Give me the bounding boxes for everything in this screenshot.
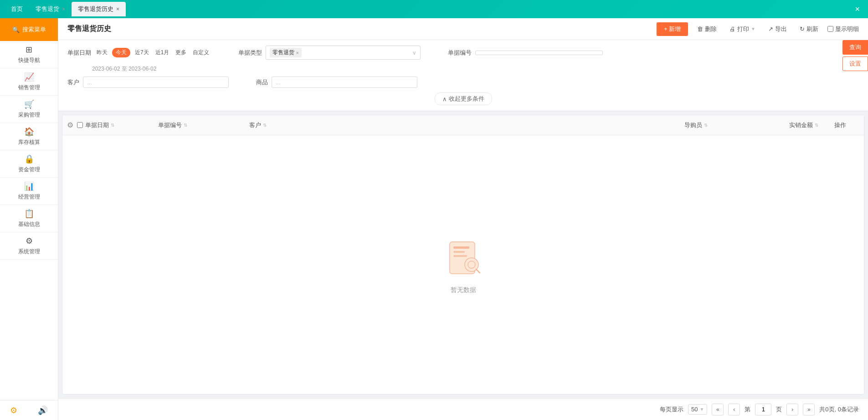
tab-home-label: 首页: [11, 5, 23, 13]
top-bar: 首页 零售退货 × 零售退货历史 × ×: [0, 0, 868, 18]
add-button[interactable]: + 新增: [657, 22, 688, 36]
collapse-button[interactable]: ∧ 收起更多条件: [435, 92, 492, 105]
volume-icon[interactable]: 🔊: [38, 405, 48, 415]
query-button[interactable]: 查询: [842, 40, 868, 55]
page-size-value: 50: [691, 406, 698, 413]
sys-icon: ⚙: [26, 236, 33, 246]
export-icon: ↗: [768, 26, 773, 32]
tab-retail-return[interactable]: 零售退货 ×: [29, 2, 72, 16]
basic-info-icon: 📋: [24, 209, 34, 219]
settings-icon[interactable]: ⚙: [10, 405, 17, 415]
doc-no-input[interactable]: [475, 51, 603, 55]
doc-type-label: 单据类型: [238, 49, 262, 57]
goods-label: 商品: [256, 78, 268, 87]
ops-icon: 📊: [24, 181, 34, 191]
th-amount-label: 实销金额: [789, 121, 813, 129]
date-quick-buttons: 昨天 今天 近7天 近1月 更多 自定义: [95, 48, 211, 57]
page-number-input[interactable]: [755, 404, 771, 415]
date-btn-more[interactable]: 更多: [174, 48, 188, 57]
sidebar-item-inventory[interactable]: 🏠 库存核算: [0, 123, 58, 150]
print-button[interactable]: 🖨 打印 ▼: [726, 23, 759, 35]
sidebar-item-quick-nav[interactable]: ⊞ 快捷导航: [0, 41, 58, 68]
doc-type-tag: 零售退货 ×: [270, 48, 301, 57]
doc-type-dropdown[interactable]: 零售退货 × ∨: [266, 46, 421, 60]
th-doc-no[interactable]: 单据编号 ⇅: [154, 121, 246, 129]
collapse-icon: ∧: [442, 96, 447, 102]
date-btn-1month[interactable]: 近1月: [154, 48, 171, 57]
next-page-button[interactable]: ›: [786, 404, 798, 415]
tab-retail-return-history[interactable]: 零售退货历史 ×: [72, 2, 126, 16]
print-label: 打印: [737, 25, 749, 33]
sidebar-item-sys-mgmt[interactable]: ⚙ 系统管理: [0, 232, 58, 260]
th-doc-date[interactable]: 单据日期 ⇅: [82, 121, 154, 129]
customer-label: 客户: [67, 78, 79, 87]
th-doc-no-label: 单据编号: [158, 121, 182, 129]
window-close-button[interactable]: ×: [851, 3, 863, 16]
refresh-label: 刷新: [806, 25, 818, 33]
doc-type-dropdown-content: 零售退货 ×: [270, 48, 412, 57]
date-btn-custom[interactable]: 自定义: [191, 48, 211, 57]
sidebar-item-purchase-mgmt[interactable]: 🛒 采购管理: [0, 96, 58, 123]
setting-button[interactable]: 设置: [842, 56, 868, 71]
show-detail-checkbox-area[interactable]: 显示明细: [827, 25, 859, 33]
inventory-icon: 🏠: [24, 127, 34, 137]
goods-input[interactable]: ...: [272, 77, 417, 88]
table-area: ⚙ 单据日期 ⇅ 单据编号 ⇅ 客户 ⇅ 导购员 ⇅: [62, 115, 864, 394]
page-title: 零售退货历史: [67, 24, 657, 34]
th-guide[interactable]: 导购员 ⇅: [681, 121, 754, 129]
export-button[interactable]: ↗ 导出: [765, 23, 791, 35]
th-amount[interactable]: 实销金额 ⇅: [754, 121, 822, 129]
sidebar-item-sys-label: 系统管理: [18, 248, 40, 256]
doc-no-filter: 单据编号: [448, 49, 603, 57]
select-all-checkbox-area[interactable]: ⚙: [68, 121, 82, 129]
th-customer[interactable]: 客户 ⇅: [246, 121, 681, 129]
query-btn-area: 查询 设置: [842, 40, 868, 71]
sidebar-search-label: 搜索菜单: [22, 26, 46, 34]
sidebar-menu: ⊞ 快捷导航 📈 销售管理 🛒 采购管理 🏠 库存核算 🔒 资金管理 📊: [0, 41, 58, 400]
sidebar-bottom: ⚙ 🔊: [0, 400, 58, 420]
last-page-button[interactable]: »: [803, 404, 815, 415]
prev-page-button[interactable]: ‹: [728, 404, 740, 415]
svg-line-6: [476, 269, 480, 273]
doc-no-label: 单据编号: [448, 49, 472, 57]
sidebar-search[interactable]: 🔍 搜索菜单: [0, 18, 58, 41]
collapse-label: 收起更多条件: [449, 95, 484, 103]
filter-row-2: 客户 ... 商品 ...: [67, 77, 859, 88]
svg-rect-1: [453, 246, 469, 249]
page-size-label: 每页显示: [660, 405, 683, 414]
date-btn-today[interactable]: 今天: [112, 48, 130, 57]
goods-filter: 商品 ...: [256, 77, 417, 88]
th-action-label: 操作: [834, 121, 846, 129]
delete-button[interactable]: 🗑 删除: [693, 23, 720, 35]
tab-home[interactable]: 首页: [5, 2, 29, 16]
sidebar-item-sales-mgmt[interactable]: 📈 销售管理: [0, 68, 58, 96]
sidebar-item-ops-mgmt[interactable]: 📊 经营管理: [0, 178, 58, 205]
th-action: 操作: [822, 121, 858, 129]
sidebar: 🔍 搜索菜单 ⊞ 快捷导航 📈 销售管理 🛒 采购管理 🏠 库存核算 🔒: [0, 18, 58, 420]
page-size-select[interactable]: 50 ▼: [688, 404, 707, 415]
sidebar-item-finance-mgmt[interactable]: 🔒 资金管理: [0, 150, 58, 178]
export-label: 导出: [775, 25, 787, 33]
tab-retail-return-history-close[interactable]: ×: [116, 6, 119, 12]
sales-icon: 📈: [24, 72, 34, 82]
doc-type-tag-value: 零售退货: [272, 49, 294, 56]
date-btn-7days[interactable]: 近7天: [133, 48, 151, 57]
header-actions: + 新增 🗑 删除 🖨 打印 ▼ ↗ 导出 ↻ 刷新: [657, 22, 859, 36]
tab-retail-return-close[interactable]: ×: [62, 6, 65, 12]
doc-type-filter: 单据类型 零售退货 × ∨: [238, 46, 421, 60]
th-amount-sort-icon: ⇅: [815, 123, 818, 128]
show-detail-checkbox[interactable]: [827, 26, 833, 32]
doc-type-tag-remove[interactable]: ×: [296, 50, 298, 56]
refresh-button[interactable]: ↻ 刷新: [796, 23, 822, 35]
show-detail-label: 显示明细: [835, 25, 859, 33]
first-page-button[interactable]: «: [712, 404, 724, 415]
table-settings-icon[interactable]: ⚙: [67, 121, 73, 129]
empty-icon: [441, 235, 486, 281]
filter-area: 单据日期 昨天 今天 近7天 近1月 更多 自定义 单据类型: [58, 40, 868, 111]
pagination: 每页显示 50 ▼ « ‹ 第 页 › » 共0页, 0条记录: [58, 398, 868, 420]
customer-input[interactable]: ...: [83, 77, 229, 88]
sidebar-item-basic-label: 基础信息: [18, 220, 40, 228]
purchase-icon: 🛒: [24, 99, 34, 109]
sidebar-item-basic-info[interactable]: 📋 基础信息: [0, 205, 58, 232]
date-btn-yesterday[interactable]: 昨天: [95, 48, 109, 57]
